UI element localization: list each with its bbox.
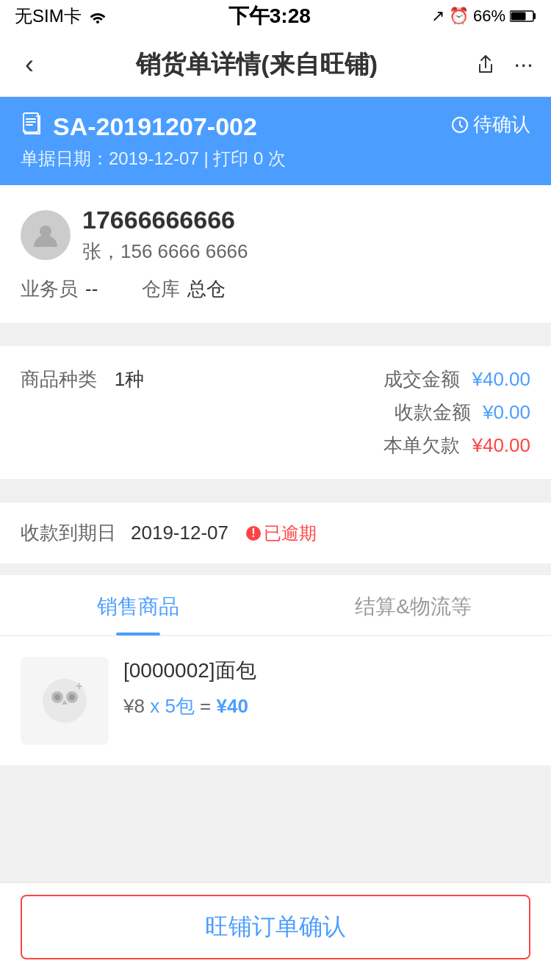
battery-icon xyxy=(510,10,536,23)
owed-value: ¥40.00 xyxy=(472,434,530,457)
sales-meta: 业务员 -- xyxy=(21,276,98,302)
more-icon[interactable]: ··· xyxy=(514,51,533,78)
received-row: 收款金额 ¥0.00 xyxy=(395,400,530,425)
customer-avatar xyxy=(21,210,71,260)
order-icon xyxy=(21,112,44,141)
product-item: + [0000002]面包 ¥8 x 5包 = ¥40 xyxy=(0,636,551,766)
divider-3 xyxy=(0,563,551,575)
back-button[interactable]: ‹ xyxy=(18,42,41,87)
order-date: 单据日期：2019-12-07 | 打印 0 次 xyxy=(21,147,286,170)
confirm-order-button[interactable]: 旺铺订单确认 xyxy=(21,895,530,959)
price-unit: ¥8 xyxy=(123,695,145,717)
divider-1 xyxy=(0,323,551,334)
transaction-row: 成交金额 ¥40.00 xyxy=(383,367,530,392)
product-list: + [0000002]面包 ¥8 x 5包 = ¥40 xyxy=(0,636,551,766)
sales-label: 业务员 xyxy=(21,276,78,302)
overdue-badge: ! 已逾期 xyxy=(246,522,317,545)
tab-products-label: 销售商品 xyxy=(97,595,179,618)
warehouse-meta: 仓库 总仓 xyxy=(142,276,226,302)
wifi-icon xyxy=(87,9,108,24)
summary-left: 商品种类 1种 xyxy=(21,367,144,392)
tab-settlement[interactable]: 结算&物流等 xyxy=(276,575,551,635)
transaction-label: 成交金额 xyxy=(383,367,460,392)
carrier-text: 无SIM卡 xyxy=(15,4,82,28)
bottom-bar: 旺铺订单确认 xyxy=(0,882,551,980)
received-value: ¥0.00 xyxy=(483,401,530,424)
product-name: [0000002]面包 xyxy=(123,657,530,685)
battery-percent: 66% xyxy=(473,7,505,26)
customer-name: 张，156 6666 6666 xyxy=(82,239,248,264)
order-id-text: SA-20191207-002 xyxy=(53,112,257,141)
customer-row: 17666666666 张，156 6666 6666 xyxy=(21,206,530,264)
tab-bar: 销售商品 结算&物流等 xyxy=(0,575,551,636)
product-type-label: 商品种类 xyxy=(21,368,97,390)
customer-meta: 业务员 -- 仓库 总仓 xyxy=(21,276,530,302)
share-icon[interactable] xyxy=(472,51,499,78)
order-status: 待确认 xyxy=(451,112,530,137)
order-header-banner: SA-20191207-002 单据日期：2019-12-07 | 打印 0 次… xyxy=(0,97,551,185)
svg-rect-1 xyxy=(533,13,536,19)
due-date: 2019-12-07 xyxy=(131,522,228,544)
warehouse-value: 总仓 xyxy=(187,276,226,302)
transaction-value: ¥40.00 xyxy=(472,368,530,391)
sales-value: -- xyxy=(85,278,98,300)
product-price: ¥8 x 5包 = ¥40 xyxy=(123,693,530,719)
received-label: 收款金额 xyxy=(395,400,471,425)
product-thumb-owl-icon: + xyxy=(32,675,98,727)
owed-row: 本单欠款 ¥40.00 xyxy=(383,433,530,458)
warehouse-label: 仓库 xyxy=(142,276,180,302)
status-bar: 无SIM卡 下午3:28 ↗ ⏰ 66% xyxy=(0,0,551,32)
summary-section: 商品种类 1种 成交金额 ¥40.00 收款金额 ¥0.00 本单欠款 ¥40.… xyxy=(0,346,551,479)
status-right: ↗ ⏰ 66% xyxy=(431,7,536,26)
customer-phone: 17666666666 xyxy=(82,206,248,234)
clock-icon xyxy=(451,116,469,134)
customer-section: 17666666666 张，156 6666 6666 业务员 -- 仓库 总仓 xyxy=(0,185,551,323)
due-section: 收款到期日 2019-12-07 ! 已逾期 xyxy=(0,502,551,563)
order-status-text: 待确认 xyxy=(473,112,530,137)
due-label: 收款到期日 xyxy=(21,520,116,546)
product-info: [0000002]面包 ¥8 x 5包 = ¥40 xyxy=(123,657,530,719)
alarm-icon: ⏰ xyxy=(449,7,469,26)
divider-2 xyxy=(0,479,551,491)
nav-actions: ··· xyxy=(472,51,533,78)
svg-point-10 xyxy=(69,694,75,700)
svg-rect-2 xyxy=(511,12,525,21)
status-left: 无SIM卡 xyxy=(15,4,108,28)
summary-right: 成交金额 ¥40.00 收款金额 ¥0.00 本单欠款 ¥40.00 xyxy=(383,367,530,458)
nav-bar: ‹ 销货单详情(来自旺铺) ··· xyxy=(0,32,551,97)
location-icon: ↗ xyxy=(431,7,444,26)
price-total: ¥40 xyxy=(217,695,248,717)
page-title: 销货单详情(来自旺铺) xyxy=(136,48,378,82)
overdue-dot-icon: ! xyxy=(246,526,261,541)
product-thumbnail: + xyxy=(21,657,109,745)
price-quantity: x 5包 xyxy=(150,695,200,717)
owed-label: 本单欠款 xyxy=(383,433,460,458)
order-id-row: SA-20191207-002 xyxy=(21,112,286,141)
tab-products[interactable]: 销售商品 xyxy=(0,575,276,635)
tab-settlement-label: 结算&物流等 xyxy=(355,595,472,618)
product-type-value: 1种 xyxy=(115,368,144,390)
status-time: 下午3:28 xyxy=(228,2,311,30)
svg-point-9 xyxy=(54,694,60,700)
product-type-row: 商品种类 1种 xyxy=(21,367,144,392)
confirm-order-label: 旺铺订单确认 xyxy=(205,911,346,943)
overdue-text: 已逾期 xyxy=(264,522,317,545)
svg-text:+: + xyxy=(76,680,82,692)
